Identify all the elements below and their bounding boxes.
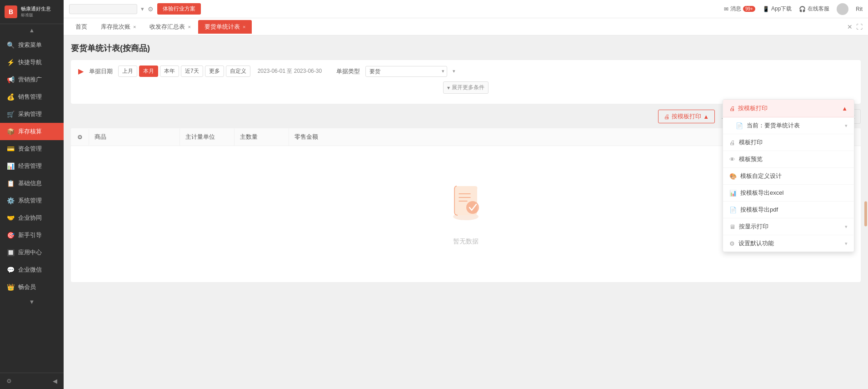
sidebar-item-marketing[interactable]: 📢 营销推广 [0,71,64,88]
dropdown-item-pdf[interactable]: 📄 按模板导出pdf [723,202,854,218]
sidebar-item-system-label: 系统管理 [18,197,42,205]
type-select[interactable]: 要货 [365,66,447,77]
table-col-settings[interactable]: ⚙ [71,129,89,145]
sidebar-item-finance[interactable]: 💳 资金管理 [0,140,64,157]
tab-home[interactable]: 首页 [69,20,94,34]
dropdown-item-display-print[interactable]: 🖥 按显示打印 ▾ [723,218,854,235]
marketing-icon: 📢 [6,76,15,84]
date-btn-thismonth[interactable]: 本月 [139,66,158,77]
sidebar-item-inventory-label: 库存核算 [18,127,42,136]
dropdown-item-display-label: 按显示打印 [739,222,768,231]
print-button[interactable]: 🖨 按模板打印 ▲ [658,110,715,123]
tab-inventory-batch[interactable]: 库存批次账 × [95,20,142,34]
empty-text: 暂无数据 [453,237,479,246]
purchase-icon: 🛒 [6,110,15,118]
type-label: 单据类型 [336,67,360,76]
dropdown-item-preview[interactable]: 👁 模板预览 [723,151,854,168]
dropdown-pdf-icon: 📄 [729,207,737,213]
print-dropdown-menu: 🖨 按模板打印 ▲ 📄 当前：要货单统计表 ▾ 🖨 模板打印 👁 模板预览 [723,99,854,252]
topbar-gear-icon[interactable]: ⚙ [148,5,154,13]
sidebar-item-appcenter[interactable]: 🔲 应用中心 [0,244,64,261]
dropdown-item-print[interactable]: 🖨 模板打印 [723,134,854,151]
online-service-button[interactable]: 🎧 在线客服 [799,5,829,13]
appcenter-icon: 🔲 [6,248,15,257]
dropdown-design-icon: 🎨 [729,173,737,180]
tab-order-stats[interactable]: 要货单统计表 × [198,20,252,34]
current-doc-icon: 📄 [736,122,743,129]
sidebar-item-sales[interactable]: 💰 销售管理 [0,88,64,106]
date-btn-thisyear[interactable]: 本年 [160,66,179,77]
dropdown-item-default[interactable]: ⚙ 设置默认功能 ▾ [723,235,854,252]
sidebar-item-marketing-label: 营销推广 [18,76,42,84]
sidebar-item-sales-label: 销售管理 [18,93,42,101]
sidebar-item-basics[interactable]: 📋 基础信息 [0,175,64,192]
sidebar-item-operations[interactable]: 📊 经营管理 [0,157,64,175]
date-btn-7days[interactable]: 近7天 [181,66,203,77]
sidebar-item-search[interactable]: 🔍 搜索菜单 [0,36,64,54]
sidebar-scroll-down[interactable]: ▼ [0,296,64,308]
print-label: 按模板打印 [672,112,701,121]
dropdown-collapse-arrow[interactable]: ▲ [842,105,848,112]
sidebar-scroll-up[interactable]: ▲ [0,24,64,36]
sidebar-item-wechat[interactable]: 💬 企业微信 [0,261,64,278]
search-icon: 🔍 [6,41,15,49]
dropdown-default-arrow: ▾ [845,241,848,247]
dropdown-item-default-label: 设置默认功能 [738,239,774,248]
tab-close-all-icon[interactable]: ✕ [847,23,853,30]
sidebar-item-system[interactable]: ⚙️ 系统管理 [0,192,64,209]
tab-home-label: 首页 [75,23,87,31]
empty-icon [445,182,486,232]
sidebar-collapse-icon[interactable]: ◀ [53,378,57,384]
filter-expand-icon[interactable]: ▶ [78,67,84,76]
dropdown-item-current[interactable]: 📄 当前：要货单统计表 ▾ [723,117,854,134]
sidebar-item-finance-label: 资金管理 [18,145,42,153]
quicknav-icon: ⚡ [6,58,15,66]
topbar-dropdown-arrow[interactable]: ▾ [141,5,144,12]
collab-icon: 🤝 [6,214,15,222]
basics-icon: 📋 [6,179,15,187]
topbar-search-input[interactable] [69,4,137,14]
dropdown-item-design[interactable]: 🎨 模板自定义设计 [723,168,854,185]
page-content: 要货单统计表(按商品) ▶ 单据日期 上月 本月 本年 近7天 更多 自定义 2… [64,35,868,389]
dropdown-excel-icon: 📊 [729,190,737,197]
expand-conditions-button[interactable]: ▾ 展开更多条件 [443,81,489,94]
dropdown-item-excel[interactable]: 📊 按模板导出excel [723,185,854,202]
tab-order-stats-label: 要货单统计表 [205,23,240,31]
table-col-product: 商品 [89,128,180,146]
sidebar-item-quicknav[interactable]: ⚡ 快捷导航 [0,54,64,71]
date-btn-custom[interactable]: 自定义 [226,66,250,77]
dropdown-display-icon: 🖥 [729,223,735,230]
svg-point-1 [466,201,479,214]
right-scrollbar[interactable] [864,202,867,227]
avatar[interactable] [837,3,848,15]
type-select-wrap: 要货 [365,66,447,77]
messages-button[interactable]: ✉ 消息 99+ [724,5,755,13]
dropdown-display-sub: 按显示打印 ▾ [739,222,848,231]
app-download-button[interactable]: 📱 App下载 [763,5,792,13]
sidebar-item-member[interactable]: 👑 畅会员 [0,278,64,296]
date-btn-more[interactable]: 更多 [205,66,224,77]
dropdown-title: 🖨 按模板打印 [729,104,768,112]
dropdown-print-icon: 🖨 [729,105,735,112]
print-dropdown-arrow[interactable]: ▲ [703,113,709,120]
type-dropdown-arrow: ▾ [453,68,455,74]
sidebar-item-guide[interactable]: 🎯 新手引导 [0,227,64,244]
sidebar-item-inventory[interactable]: 📦 库存核算 [0,123,64,140]
tab-summary[interactable]: 收发存汇总表 × [143,20,197,34]
date-label: 单据日期 [89,67,113,76]
system-icon: ⚙️ [6,197,15,205]
dropdown-item-print-label: 模板打印 [739,138,763,147]
column-settings-icon[interactable]: ⚙ [77,134,83,141]
tab-summary-close[interactable]: × [188,24,190,30]
dropdown-header: 🖨 按模板打印 ▲ [723,100,854,117]
tab-inventory-batch-close[interactable]: × [133,24,136,30]
date-btn-lastmonth[interactable]: 上月 [118,66,137,77]
sidebar-settings-icon[interactable]: ⚙ [6,378,12,384]
tab-maximize-icon[interactable]: ⛶ [856,23,863,30]
sidebar-footer: ⚙ ◀ [0,373,64,389]
tab-order-stats-close[interactable]: × [243,24,245,30]
promo-button[interactable]: 体验行业方案 [157,3,201,15]
sidebar-item-collab[interactable]: 🤝 企业协同 [0,209,64,227]
sidebar-item-purchase[interactable]: 🛒 采购管理 [0,106,64,123]
tab-summary-label: 收发存汇总表 [150,23,185,31]
